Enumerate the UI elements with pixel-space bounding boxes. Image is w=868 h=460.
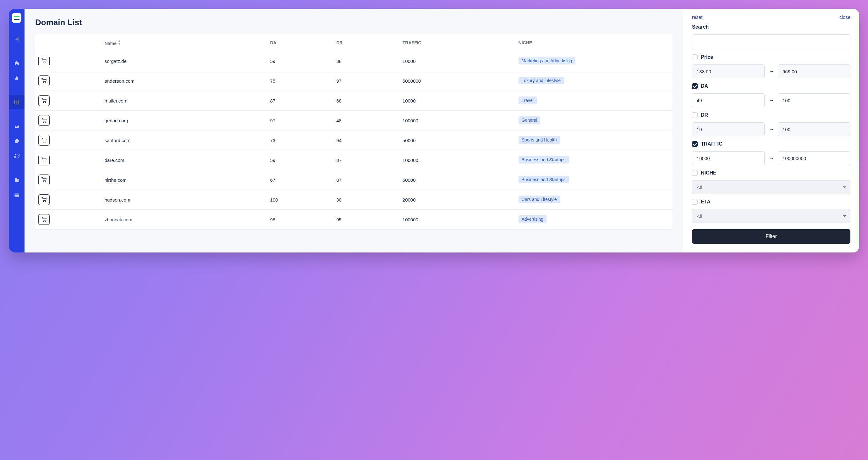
niche-badge: Marketing and Advertising: [519, 57, 576, 64]
cell-name: muller.com: [101, 91, 267, 111]
add-to-cart-button[interactable]: [38, 194, 50, 205]
eta-select[interactable]: All: [692, 209, 850, 223]
cell-traffic: 100000: [399, 210, 516, 230]
traffic-checkbox[interactable]: [692, 141, 698, 147]
cell-name: hudson.com: [101, 190, 267, 210]
price-to[interactable]: [778, 64, 850, 78]
cell-niche: Advertising: [516, 210, 673, 230]
cell-niche: General: [516, 111, 673, 131]
price-checkbox[interactable]: [692, 54, 698, 60]
nav-login[interactable]: [10, 32, 24, 46]
cell-da: 59: [267, 51, 333, 71]
col-header-niche[interactable]: NICHE: [516, 34, 673, 51]
sync-icon: [14, 153, 20, 159]
cell-name: hirthe.com: [101, 170, 267, 190]
table-row[interactable]: gerlach.org9748100000General: [35, 111, 673, 131]
table-row[interactable]: hirthe.com678750000Business and Startups: [35, 170, 673, 190]
col-header-da[interactable]: DA: [267, 34, 333, 51]
niche-badge: General: [519, 116, 540, 124]
svg-point-22: [43, 221, 43, 221]
col-header-dr[interactable]: DR: [333, 34, 399, 51]
add-to-cart-button[interactable]: [38, 115, 50, 126]
cell-name: anderson.com: [101, 71, 267, 91]
niche-checkbox[interactable]: [692, 170, 698, 176]
table-row[interactable]: dare.com5937100000Business and Startups: [35, 150, 673, 170]
domain-table: Name▲▼ DA DR TRAFFIC NICHE sorgatz.de593…: [35, 34, 673, 230]
card-icon: [14, 193, 20, 198]
add-to-cart-button[interactable]: [38, 214, 50, 225]
cell-dr: 37: [333, 150, 399, 170]
cell-traffic: 50000: [399, 131, 516, 150]
da-to[interactable]: [778, 93, 850, 107]
cell-traffic: 100000: [399, 111, 516, 131]
add-to-cart-button[interactable]: [38, 95, 50, 106]
nav-home[interactable]: [10, 56, 24, 70]
cell-dr: 30: [333, 190, 399, 210]
traffic-to[interactable]: [778, 151, 850, 165]
cell-niche: Business and Startups: [516, 170, 673, 190]
niche-badge: Cars and Lifestyle: [519, 196, 560, 203]
sidebar: [9, 9, 25, 253]
cell-niche: Luxury and Lifestyle: [516, 71, 673, 91]
filter-button[interactable]: Filter: [692, 229, 850, 244]
content: Domain List Name▲▼ DA DR TRAFFIC NICHE: [25, 9, 683, 253]
cell-niche: Cars and Lifestyle: [516, 190, 673, 210]
document-icon: [14, 177, 20, 183]
traffic-from[interactable]: [692, 151, 765, 165]
nav-doc[interactable]: [10, 173, 24, 187]
niche-select[interactable]: All: [692, 180, 850, 194]
nav-inbox[interactable]: [10, 119, 24, 133]
eta-checkbox[interactable]: [692, 199, 698, 205]
sort-icon: ▲▼: [118, 39, 121, 46]
cell-name: gerlach.org: [101, 111, 267, 131]
col-header-name[interactable]: Name▲▼: [101, 34, 267, 51]
cell-dr: 87: [333, 170, 399, 190]
niche-badge: Advertising: [519, 215, 547, 223]
arrow-icon: →: [768, 126, 774, 133]
dr-checkbox[interactable]: [692, 112, 698, 118]
logo: [12, 13, 21, 23]
add-to-cart-button[interactable]: [38, 155, 50, 165]
nav-cloud[interactable]: [10, 71, 24, 85]
add-to-cart-button[interactable]: [38, 174, 50, 185]
page-title: Domain List: [35, 18, 673, 27]
da-from[interactable]: [692, 93, 765, 107]
price-from[interactable]: [692, 64, 765, 78]
nav-table[interactable]: [9, 95, 25, 109]
traffic-label: TRAFFIC: [701, 141, 722, 147]
app-card: Domain List Name▲▼ DA DR TRAFFIC NICHE: [9, 9, 859, 253]
reset-link[interactable]: reset: [692, 15, 702, 20]
cell-traffic: 5000000: [399, 71, 516, 91]
svg-point-21: [45, 201, 46, 202]
dr-from[interactable]: [692, 122, 765, 136]
table-row[interactable]: anderson.com75975000000Luxury and Lifest…: [35, 71, 673, 91]
add-to-cart-button[interactable]: [38, 56, 50, 66]
svg-point-11: [45, 102, 46, 103]
da-checkbox[interactable]: [692, 83, 698, 89]
cell-traffic: 10000: [399, 91, 516, 111]
svg-point-10: [43, 102, 43, 103]
nav-chat[interactable]: [10, 134, 24, 148]
add-to-cart-button[interactable]: [38, 76, 50, 86]
dr-to[interactable]: [778, 122, 850, 136]
col-header-cart: [35, 34, 101, 51]
login-icon: [14, 36, 20, 42]
home-icon: [14, 60, 20, 66]
svg-point-16: [43, 162, 43, 162]
search-label: Search: [692, 24, 850, 30]
nav-billing[interactable]: [10, 188, 24, 202]
svg-point-17: [45, 162, 46, 162]
close-link[interactable]: close: [839, 15, 850, 20]
table-row[interactable]: muller.com876810000Travel: [35, 91, 673, 111]
table-row[interactable]: zboncak.com9695100000Advertising: [35, 210, 673, 230]
table-row[interactable]: sorgatz.de593810000Marketing and Adverti…: [35, 51, 673, 71]
add-to-cart-button[interactable]: [38, 135, 50, 146]
table-row[interactable]: sanford.com739450000Sports and Health: [35, 131, 673, 150]
table-row[interactable]: hudson.com1003020000Cars and Lifestyle: [35, 190, 673, 210]
svg-point-18: [43, 181, 43, 182]
filter-panel: reset close Search Price → DA: [683, 9, 859, 253]
search-input[interactable]: [692, 34, 850, 49]
cell-niche: Travel: [516, 91, 673, 111]
col-header-traffic[interactable]: TRAFFIC: [399, 34, 516, 51]
nav-sync[interactable]: [10, 149, 24, 163]
